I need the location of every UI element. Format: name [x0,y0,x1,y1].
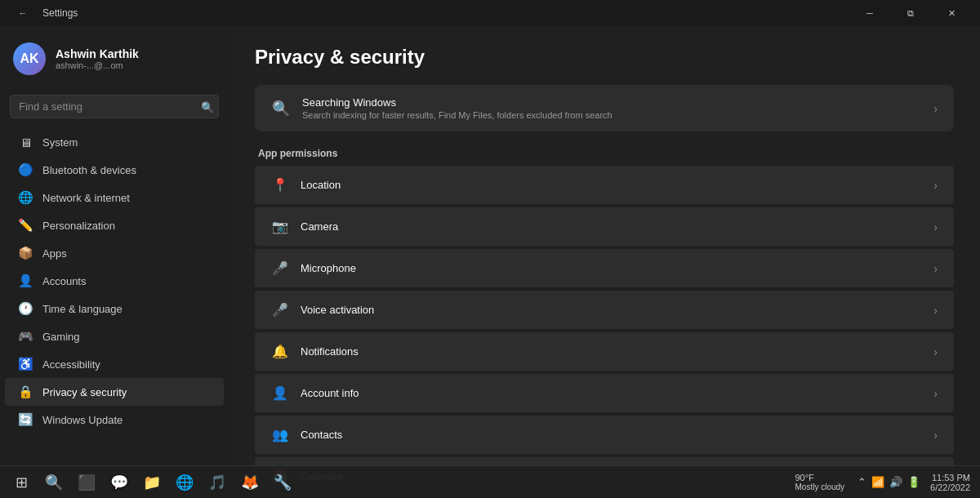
weather-widget[interactable]: 90°F Mostly cloudy [788,473,851,491]
chat-button[interactable]: 💬 [105,468,134,497]
main-content: Privacy & security 🔍 Searching Windows S… [229,26,980,498]
sidebar-item-personalization[interactable]: ✏️ Personalization [5,211,224,239]
app-permissions-header: App permissions [258,148,954,159]
firefox-button[interactable]: 🦊 [235,468,265,497]
voice-chevron: › [933,304,938,317]
network-icon: 🌐 [18,190,33,205]
battery-tray-icon[interactable]: 🔋 [907,476,920,488]
permission-item-contacts[interactable]: 👥 Contacts › [255,416,954,454]
permission-item-location[interactable]: 📍 Location › [255,166,954,204]
sidebar-item-label: Windows Update [42,414,122,426]
camera-perm-icon: 📷 [271,219,289,234]
user-profile[interactable]: AK Ashwin Karthik ashwin-...@...om [0,33,229,85]
accounts-icon: 👤 [18,273,33,288]
apps-icon: 📦 [18,246,33,260]
search-windows-subtitle: Search indexing for faster results, Find… [302,110,922,120]
expand-tray-icon[interactable]: ⌃ [858,476,866,488]
network-tray-icon[interactable]: 📶 [871,476,884,488]
personalization-icon: ✏️ [18,218,33,233]
location-perm-icon: 📍 [271,177,289,193]
sidebar-item-accounts[interactable]: 👤 Accounts [5,267,224,295]
back-button[interactable]: ← [10,0,36,26]
search-windows-text: Searching Windows Search indexing for fa… [302,96,922,120]
system-icon: 🖥 [18,135,33,149]
sidebar-item-label: Accessibility [42,358,100,371]
user-info: Ashwin Karthik ashwin-...@...om [56,47,139,70]
searching-windows-card[interactable]: 🔍 Searching Windows Search indexing for … [255,85,954,131]
permission-item-microphone[interactable]: 🎤 Microphone › [255,249,954,287]
titlebar: ← Settings ─ ⧉ ✕ [0,0,980,26]
clock-date: 6/22/2022 [930,482,970,492]
sidebar-item-bluetooth[interactable]: 🔵 Bluetooth & devices [5,156,224,184]
contacts-chevron: › [933,429,938,442]
explorer-button[interactable]: 📁 [137,468,167,497]
sidebar-item-label: Personalization [42,220,115,232]
volume-tray-icon[interactable]: 🔊 [889,476,902,488]
sidebar-item-time[interactable]: 🕐 Time & language [5,295,224,322]
bluetooth-icon: 🔵 [18,162,33,177]
media-button[interactable]: 🎵 [203,468,232,497]
notifications-perm-label: Notifications [301,345,922,358]
search-icon[interactable]: 🔍 [201,100,214,113]
sidebar-item-label: Bluetooth & devices [42,164,136,176]
voice-perm-label: Voice activation [301,304,922,316]
search-button[interactable]: 🔍 [39,468,69,497]
sidebar-item-network[interactable]: 🌐 Network & internet [5,184,224,211]
close-button[interactable]: ✕ [933,0,970,26]
edge-button[interactable]: 🌐 [170,468,199,497]
sidebar-item-privacy[interactable]: 🔒 Privacy & security [5,378,224,406]
sidebar-item-update[interactable]: 🔄 Windows Update [5,406,224,434]
location-chevron: › [933,179,938,192]
permission-item-notifications[interactable]: 🔔 Notifications › [255,332,954,371]
search-windows-chevron: › [933,102,938,115]
minimize-button[interactable]: ─ [851,0,889,26]
permission-list: 📍 Location › 📷 Camera › 🎤 Microphone › 🎤… [255,166,954,498]
sidebar-item-label: Gaming [42,331,80,343]
search-windows-title: Searching Windows [302,96,922,109]
search-input[interactable] [10,95,219,118]
sidebar-item-label: Privacy & security [42,386,127,398]
permission-item-camera[interactable]: 📷 Camera › [255,207,954,246]
clock[interactable]: 11:53 PM 6/22/2022 [927,473,973,492]
accessibility-icon: ♿ [18,357,33,371]
time-icon: 🕐 [18,301,33,316]
weather-temp: 90°F [795,473,844,482]
titlebar-title: Settings [42,7,78,19]
clock-time: 11:53 PM [932,473,970,482]
sidebar-item-accessibility[interactable]: ♿ Accessibility [5,350,224,378]
privacy-icon: 🔒 [18,385,33,399]
camera-perm-label: Camera [301,220,922,233]
permission-item-voice[interactable]: 🎤 Voice activation › [255,291,954,329]
user-email: ashwin-...@...om [56,60,139,70]
notifications-chevron: › [933,345,938,358]
microphone-perm-icon: 🎤 [271,260,289,276]
start-button[interactable]: ⊞ [7,468,36,497]
sidebar: AK Ashwin Karthik ashwin-...@...om 🔍 🖥 S… [0,26,229,498]
settings-taskbar-button[interactable]: 🔧 [268,468,297,497]
restore-button[interactable]: ⧉ [892,0,929,26]
gaming-icon: 🎮 [18,329,33,344]
search-windows-icon: 🔍 [271,100,291,118]
sidebar-item-gaming[interactable]: 🎮 Gaming [5,322,224,350]
sidebar-item-apps[interactable]: 📦 Apps [5,239,224,267]
sidebar-item-label: Time & language [42,303,122,315]
contacts-perm-icon: 👥 [271,427,289,442]
taskbar-right: 90°F Mostly cloudy ⌃ 📶 🔊 🔋 11:53 PM 6/22… [788,473,973,492]
voice-perm-icon: 🎤 [271,302,289,318]
task-view-button[interactable]: ⬛ [72,468,101,497]
sidebar-item-label: Apps [42,247,67,260]
contacts-perm-label: Contacts [301,429,922,441]
weather-condition: Mostly cloudy [795,482,844,491]
page-title: Privacy & security [255,46,954,69]
notifications-perm-icon: 🔔 [271,344,289,359]
permission-item-account_info[interactable]: 👤 Account info › [255,374,954,412]
sidebar-item-label: Accounts [42,275,86,287]
app-layout: AK Ashwin Karthik ashwin-...@...om 🔍 🖥 S… [0,26,980,498]
taskbar-left: ⊞ 🔍 ⬛ 💬 📁 🌐 🎵 🦊 🔧 [7,468,297,497]
sidebar-item-system[interactable]: 🖥 System [5,128,224,156]
account_info-perm-label: Account info [301,387,922,399]
avatar: AK [13,42,46,75]
taskbar: ⊞ 🔍 ⬛ 💬 📁 🌐 🎵 🦊 🔧 90°F Mostly cloudy ⌃ 📶… [0,465,980,498]
system-tray: ⌃ 📶 🔊 🔋 [858,476,920,488]
account_info-perm-icon: 👤 [271,385,289,401]
